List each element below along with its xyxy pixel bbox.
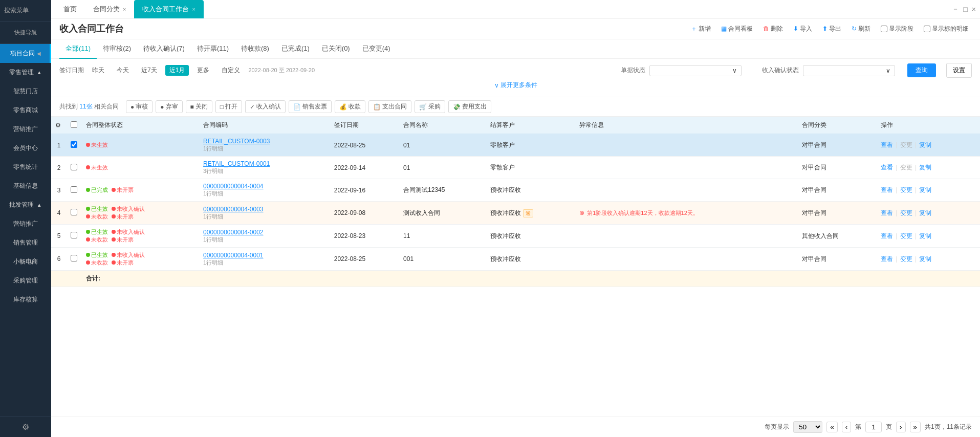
row-checkbox[interactable] xyxy=(71,232,77,238)
sidebar-item-retail-mgmt[interactable]: 零售管理 ▲ xyxy=(0,63,51,82)
payment-button[interactable]: 💰 收款 xyxy=(335,100,365,113)
purchase-button[interactable]: 🛒 采购 xyxy=(415,100,445,113)
close-window-icon[interactable]: × xyxy=(972,5,976,13)
sub-tab-pending-confirm[interactable]: 待收入确认(7) xyxy=(137,39,191,59)
maximize-icon[interactable]: □ xyxy=(963,5,967,13)
row-checkbox-cell[interactable] xyxy=(67,225,82,248)
sub-tab-completed[interactable]: 已完成(1) xyxy=(275,39,316,59)
action-change[interactable]: 变更 xyxy=(900,186,912,193)
next-page-button[interactable]: › xyxy=(896,422,905,432)
row-checkbox[interactable] xyxy=(71,186,77,193)
action-copy[interactable]: 复制 xyxy=(919,164,931,171)
page-size-select[interactable]: 50 100 200 xyxy=(793,421,822,433)
sidebar-item-ecommerce[interactable]: 小畅电商 xyxy=(0,252,51,271)
row-checkbox-cell[interactable] xyxy=(67,134,82,157)
action-view[interactable]: 查看 xyxy=(881,164,893,171)
import-button[interactable]: ⬇ 导入 xyxy=(790,23,815,35)
refresh-button[interactable]: ↻ 刷新 xyxy=(848,23,874,35)
sidebar-item-marketing[interactable]: 营销推广 xyxy=(0,120,51,139)
date-btn-1month[interactable]: 近1月 xyxy=(165,65,189,76)
date-btn-7days[interactable]: 近7天 xyxy=(137,65,161,76)
action-change[interactable]: 变更 xyxy=(900,209,912,216)
sidebar-item-member[interactable]: 会员中心 xyxy=(0,139,51,158)
action-copy[interactable]: 复制 xyxy=(919,209,931,216)
setting-button[interactable]: 设置 xyxy=(946,63,972,78)
first-page-button[interactable]: « xyxy=(826,422,837,432)
contract-code-link[interactable]: 0000000000004-0003 xyxy=(203,206,326,213)
date-btn-yesterday[interactable]: 昨天 xyxy=(88,65,108,76)
action-view[interactable]: 查看 xyxy=(881,141,893,148)
action-copy[interactable]: 复制 xyxy=(919,232,931,239)
row-checkbox[interactable] xyxy=(71,141,77,148)
sidebar-item-inventory[interactable]: 库存核算 xyxy=(0,290,51,309)
show-stage-checkbox[interactable] xyxy=(881,26,887,32)
date-btn-more[interactable]: 更多 xyxy=(193,65,213,76)
review-button[interactable]: ● 审核 xyxy=(126,100,153,113)
tab-income-contract[interactable]: 收入合同工作台 × xyxy=(134,0,203,18)
row-checkbox[interactable] xyxy=(71,164,77,170)
tab-contract-category[interactable]: 合同分类 × xyxy=(85,0,134,18)
action-change[interactable]: 变更 xyxy=(900,141,912,148)
row-checkbox-cell[interactable] xyxy=(67,202,82,225)
tab-close-icon[interactable]: × xyxy=(123,6,126,12)
sidebar-item-retail-stats[interactable]: 零售统计 xyxy=(0,158,51,177)
sidebar-item-retail-mall[interactable]: 零售商城 xyxy=(0,101,51,120)
sidebar-item-project-contract[interactable]: 项目合同 ◀ xyxy=(0,44,51,63)
doc-status-select[interactable]: ∨ xyxy=(649,65,742,76)
query-button[interactable]: 查询 xyxy=(907,63,936,77)
export-button[interactable]: ⬆ 导出 xyxy=(819,23,844,35)
show-detail-checkbox[interactable] xyxy=(924,26,930,32)
expense-contract-button[interactable]: 📋 支出合同 xyxy=(368,100,411,113)
sales-invoice-button[interactable]: 📄 销售发票 xyxy=(289,100,332,113)
action-change[interactable]: 变更 xyxy=(900,255,912,263)
sidebar-item-sales[interactable]: 销售管理 xyxy=(0,233,51,252)
sub-tab-all[interactable]: 全部(11) xyxy=(59,39,97,59)
page-input[interactable] xyxy=(865,422,882,432)
expand-filter-button[interactable]: ∨ 展开更多条件 xyxy=(494,81,537,90)
date-btn-custom[interactable]: 自定义 xyxy=(217,65,244,76)
sidebar-search[interactable]: 搜索菜单 xyxy=(0,0,51,21)
show-stage-checkbox-label[interactable]: 显示阶段 xyxy=(878,23,917,35)
action-copy[interactable]: 复制 xyxy=(919,186,931,193)
action-copy[interactable]: 复制 xyxy=(919,255,931,263)
contract-code-link[interactable]: 0000000000004-0002 xyxy=(203,229,326,236)
sidebar-item-marketing2[interactable]: 营销推广 xyxy=(0,214,51,233)
row-checkbox[interactable] xyxy=(71,255,77,261)
sub-tab-pending-payment[interactable]: 待收款(8) xyxy=(235,39,275,59)
sidebar-item-wholesale[interactable]: 批发管理 ▲ xyxy=(0,195,51,214)
contract-code-link[interactable]: 0000000000004-0001 xyxy=(203,252,326,259)
open-button[interactable]: □ 打开 xyxy=(215,100,242,113)
add-button[interactable]: ＋ 新增 xyxy=(688,23,714,35)
show-detail-checkbox-label[interactable]: 显示标的明细 xyxy=(921,23,972,35)
contract-code-link[interactable]: RETAIL_CUSTOM-0003 xyxy=(203,138,326,145)
th-settings[interactable]: ⚙ xyxy=(51,117,67,134)
gear-icon[interactable]: ⚙ xyxy=(22,423,29,431)
sub-tab-pending-review[interactable]: 待审核(2) xyxy=(97,39,137,59)
sub-tab-closed[interactable]: 已关闭(0) xyxy=(316,39,356,59)
sidebar-item-purchase[interactable]: 采购管理 xyxy=(0,271,51,290)
action-view[interactable]: 查看 xyxy=(881,232,893,239)
prev-page-button[interactable]: ‹ xyxy=(842,422,851,432)
action-change[interactable]: 变更 xyxy=(900,164,912,171)
tab-home[interactable]: 首页 xyxy=(55,0,85,18)
action-view[interactable]: 查看 xyxy=(881,255,893,263)
action-copy[interactable]: 复制 xyxy=(919,141,931,148)
delete-button[interactable]: 🗑 删除 xyxy=(760,23,786,35)
sidebar-item-smart-store[interactable]: 智慧门店 xyxy=(0,82,51,101)
action-view[interactable]: 查看 xyxy=(881,186,893,193)
expense-output-button[interactable]: 💸 费用支出 xyxy=(448,100,491,113)
confirm-status-select[interactable]: ∨ xyxy=(803,65,895,76)
select-all-checkbox[interactable] xyxy=(71,121,77,128)
sub-tab-pending-invoice[interactable]: 待开票(11) xyxy=(191,39,235,59)
income-confirm-button[interactable]: ✓ 收入确认 xyxy=(245,100,286,113)
minimize-icon[interactable]: － xyxy=(952,5,959,14)
row-checkbox-cell[interactable] xyxy=(67,157,82,179)
row-checkbox-cell[interactable] xyxy=(67,179,82,202)
row-checkbox[interactable] xyxy=(71,209,77,215)
sub-tab-changed[interactable]: 已变更(4) xyxy=(356,39,397,59)
tab-close-icon[interactable]: × xyxy=(192,6,195,12)
date-btn-today[interactable]: 今天 xyxy=(113,65,133,76)
close-button[interactable]: ■ 关闭 xyxy=(186,100,212,113)
contract-board-button[interactable]: ▦ 合同看板 xyxy=(718,23,756,35)
sidebar-item-base-info[interactable]: 基础信息 xyxy=(0,177,51,195)
